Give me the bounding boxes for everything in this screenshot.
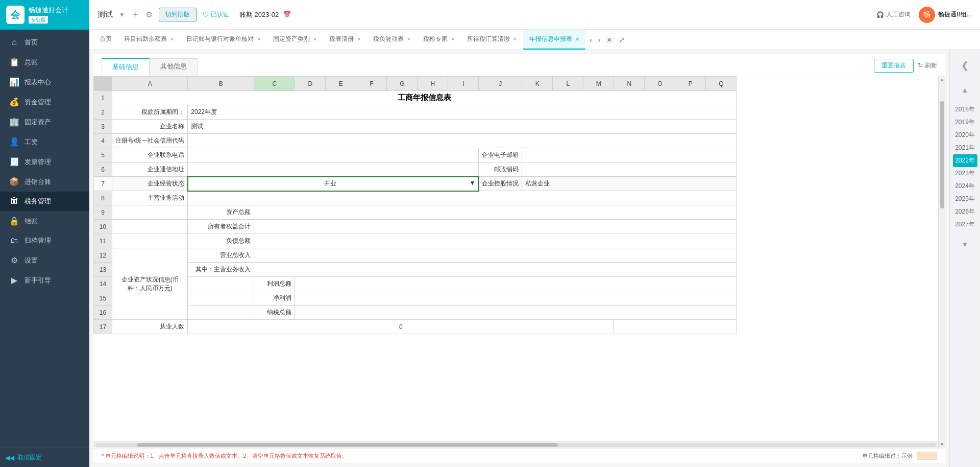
tab-tax-expert[interactable]: 税检专家✕ — [417, 30, 461, 50]
subtab-other[interactable]: 其他信息 — [150, 58, 198, 76]
sidebar-item-tax[interactable]: 🏛税务管理 — [0, 192, 89, 211]
refresh-button[interactable]: ↻ 刷新 — [918, 61, 937, 70]
sidebar-item-asset[interactable]: 🏢固定资产 — [0, 112, 89, 132]
sidebar-item-guide[interactable]: ▶新手引导 — [0, 270, 89, 290]
tab-fixed[interactable]: 固定资产类别✕ — [267, 30, 323, 50]
row-3-value[interactable]: 测试 — [188, 120, 737, 134]
col-header-G[interactable]: G — [387, 77, 418, 91]
col-header-E[interactable]: E — [326, 77, 356, 91]
tab-next-button[interactable]: › — [596, 35, 603, 45]
tab-close-annual[interactable]: ✕ — [575, 36, 579, 42]
col-header-Q[interactable]: Q — [706, 77, 737, 91]
settings-icon[interactable]: ⚙ — [145, 10, 153, 19]
row-6-left-value[interactable] — [188, 162, 479, 177]
tab-tax-wave[interactable]: 税负波动表✕ — [367, 30, 417, 50]
sidebar-item-stock[interactable]: 📦进销台账 — [0, 172, 89, 192]
sidebar-item-home[interactable]: ⌂首页 — [0, 33, 89, 52]
col-header-P[interactable]: P — [675, 77, 706, 91]
tab-close-tax-form[interactable]: ✕ — [357, 36, 361, 42]
year-btn-2027年[interactable]: 2027年 — [953, 218, 977, 231]
vertical-scrollbar[interactable]: ▲ ▼ — [938, 76, 945, 448]
col-header-D[interactable]: D — [295, 77, 326, 91]
subtab-basic[interactable]: 基础信息 — [102, 58, 150, 76]
year-btn-2019年[interactable]: 2019年 — [953, 116, 977, 129]
tab-close-income-tax[interactable]: ✕ — [513, 36, 517, 42]
tab-close-journal[interactable]: ✕ — [257, 36, 261, 42]
calendar-icon[interactable]: 📅 — [283, 11, 291, 18]
sidebar-item-payroll[interactable]: 👤工资 — [0, 132, 89, 152]
tab-close-tax-expert[interactable]: ✕ — [451, 36, 455, 42]
tab-income-tax[interactable]: 所得税汇算清缴✕ — [461, 30, 523, 50]
year-btn-2026年[interactable]: 2026年 — [953, 205, 977, 218]
user-menu[interactable]: 畅 畅捷通B组... — [919, 7, 972, 23]
col-header-N[interactable]: N — [614, 77, 645, 91]
year-btn-2018年[interactable]: 2018年 — [953, 103, 977, 116]
row-16-value[interactable] — [295, 306, 737, 320]
scroll-up-button[interactable]: ▲ — [954, 79, 976, 101]
tab-close-fixed[interactable]: ✕ — [313, 36, 317, 42]
dropdown-arrow-icon[interactable]: ▼ — [469, 179, 475, 186]
spreadsheet-scroll[interactable]: ABCDEFGHIJKLMNOPQ 1工商年报信息表2税款所属期间：2022年度… — [93, 76, 938, 441]
add-icon[interactable]: ＋ — [131, 9, 139, 20]
row-2-value[interactable]: 2022年度 — [188, 105, 737, 120]
sidebar-item-fund[interactable]: 💰资金管理 — [0, 92, 89, 112]
sidebar-item-archive[interactable]: 🗂归档管理 — [0, 231, 89, 250]
sidebar-item-ledger[interactable]: 📋总账 — [0, 52, 89, 72]
tab-close-tax-wave[interactable]: ✕ — [407, 36, 411, 42]
sidebar-item-report[interactable]: 📊报表中心 — [0, 72, 89, 92]
project-dropdown-icon[interactable]: ▼ — [119, 11, 125, 18]
row-7-dropdown-cell[interactable]: 开业 ▼ — [188, 177, 479, 191]
vscroll-down[interactable]: ▼ — [939, 441, 945, 448]
tab-expand-button[interactable]: ⤢ — [617, 35, 627, 45]
year-btn-2025年[interactable]: 2025年 — [953, 193, 977, 205]
col-header-K[interactable]: K — [522, 77, 553, 91]
row-9-value[interactable] — [254, 205, 737, 220]
consult-button[interactable]: 🎧 人工咨询 — [876, 10, 911, 19]
row-12-value[interactable] — [254, 248, 737, 263]
col-header-I[interactable]: I — [448, 77, 479, 91]
col-header-B[interactable]: B — [188, 77, 254, 91]
row-11-value[interactable] — [254, 234, 737, 248]
tab-home[interactable]: 首页 — [93, 30, 118, 50]
reset-report-button[interactable]: 重置报表 — [874, 59, 914, 73]
tab-journal[interactable]: 日记账与银行对账单核对✕ — [180, 30, 267, 50]
sidebar-item-close[interactable]: 🔒结账 — [0, 211, 89, 231]
tab-prev-button[interactable]: ‹ — [587, 35, 594, 45]
row-15-value[interactable] — [295, 291, 737, 306]
switch-old-version-button[interactable]: 切到旧版 — [159, 8, 197, 21]
row-17-value[interactable]: 0 — [188, 320, 614, 334]
sidebar-item-invoice[interactable]: 🧾发票管理 — [0, 152, 89, 172]
scroll-down-button[interactable]: ▼ — [954, 233, 976, 255]
row-7-right-value[interactable]: 私营企业 — [522, 177, 737, 191]
year-btn-2021年[interactable]: 2021年 — [953, 142, 977, 154]
tab-tax-form[interactable]: 税表清册✕ — [323, 30, 367, 50]
col-header-O[interactable]: O — [645, 77, 675, 91]
sidebar-pin-toggle[interactable]: ◀◀ 取消固定 — [0, 448, 89, 467]
collapse-panel-button[interactable]: ❮ — [954, 54, 976, 77]
row-5-left-value[interactable] — [188, 148, 479, 162]
year-btn-2024年[interactable]: 2024年 — [953, 180, 977, 193]
sidebar-item-settings[interactable]: ⚙设置 — [0, 250, 89, 270]
year-btn-2023年[interactable]: 2023年 — [953, 167, 977, 180]
tab-close-aux[interactable]: ✕ — [170, 36, 174, 42]
vscroll-up[interactable]: ▲ — [939, 76, 945, 83]
col-header-C[interactable]: C — [254, 77, 295, 91]
col-header-F[interactable]: F — [356, 77, 387, 91]
col-header-J[interactable]: J — [479, 77, 522, 91]
col-header-A[interactable]: A — [112, 77, 188, 91]
row-10-value[interactable] — [254, 220, 737, 234]
row-4-value[interactable] — [188, 134, 737, 148]
row-8-value[interactable] — [188, 191, 737, 205]
col-header-M[interactable]: M — [583, 77, 614, 91]
year-btn-2020年[interactable]: 2020年 — [953, 129, 977, 142]
tab-annual[interactable]: 年报信息申报表✕ — [523, 30, 585, 50]
year-btn-2022年[interactable]: 2022年 — [953, 154, 977, 167]
row-13-value[interactable] — [254, 263, 737, 277]
row-6-right-value[interactable] — [522, 162, 737, 177]
tab-close-all-button[interactable]: ✕ — [604, 35, 615, 45]
col-header-L[interactable]: L — [553, 77, 583, 91]
col-header-H[interactable]: H — [418, 77, 448, 91]
horizontal-scrollbar[interactable] — [93, 441, 938, 448]
row-5-right-value[interactable] — [522, 148, 737, 162]
tab-aux[interactable]: 科目辅助余额表✕ — [118, 30, 180, 50]
